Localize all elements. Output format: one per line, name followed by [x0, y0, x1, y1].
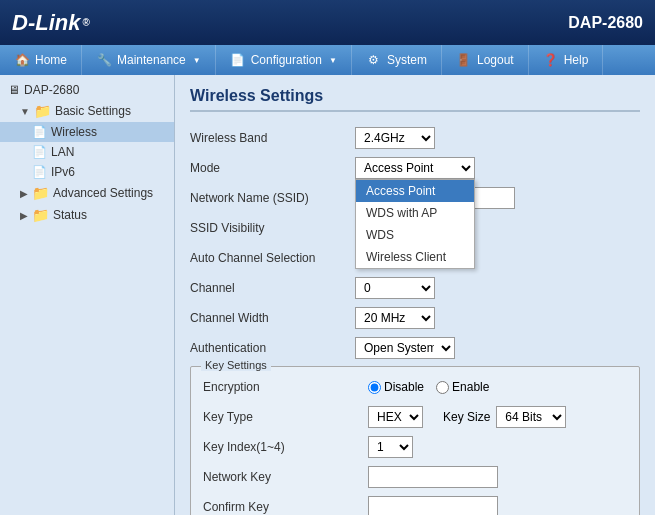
page-icon: 📄 — [32, 125, 47, 139]
logo-registered: ® — [82, 17, 89, 28]
sidebar-root-label: DAP-2680 — [24, 83, 79, 97]
channel-label: Channel — [190, 281, 355, 295]
mode-option-wds-ap[interactable]: WDS with AP — [356, 202, 474, 224]
network-key-input[interactable] — [368, 466, 498, 488]
encryption-label: Encryption — [203, 380, 368, 394]
expand-icon: ▼ — [20, 106, 30, 117]
key-type-control: HEX ASCII Key Size 64 Bits 128 Bits — [368, 406, 627, 428]
mode-select[interactable]: Access Point WDS with AP WDS Wireless Cl… — [355, 157, 475, 179]
auto-channel-label: Auto Channel Selection — [190, 251, 355, 265]
authentication-control: Open System WEP WPA-Personal WPA-Enterpr… — [355, 337, 640, 359]
logo-text: D-Link — [12, 10, 80, 36]
folder-icon: 📁 — [34, 103, 51, 119]
encryption-row: Encryption Disable Enable — [203, 375, 627, 399]
ssid-visibility-label: SSID Visibility — [190, 221, 355, 235]
network-key-control — [368, 466, 627, 488]
mode-row: Mode Access Point WDS with AP WDS Wirele… — [190, 156, 640, 180]
encryption-disable-option[interactable]: Disable — [368, 380, 424, 394]
key-index-label: Key Index(1~4) — [203, 440, 368, 454]
encryption-enable-label: Enable — [452, 380, 489, 394]
header: D-Link® DAP-2680 — [0, 0, 655, 45]
channel-width-select[interactable]: 20 MHz 40 MHz — [355, 307, 435, 329]
page-title: Wireless Settings — [190, 87, 640, 112]
encryption-control: Disable Enable — [368, 380, 627, 394]
encryption-enable-radio[interactable] — [436, 381, 449, 394]
sidebar-item-status[interactable]: ▶ 📁 Status — [0, 204, 174, 226]
channel-width-label: Channel Width — [190, 311, 355, 325]
model-number: DAP-2680 — [568, 14, 643, 32]
nav-help[interactable]: ❓ Help — [529, 45, 604, 75]
channel-row: Channel 0 1234 5678 91011 — [190, 276, 640, 300]
sidebar-item-ipv6[interactable]: 📄 IPv6 — [0, 162, 174, 182]
sidebar-item-wireless[interactable]: 📄 Wireless — [0, 122, 174, 142]
mode-select-wrapper: Access Point WDS with AP WDS Wireless Cl… — [355, 157, 475, 179]
key-size-select[interactable]: 64 Bits 128 Bits — [496, 406, 566, 428]
main-layout: 🖥 DAP-2680 ▼ 📁 Basic Settings 📄 Wireless… — [0, 75, 655, 515]
key-index-control: 1234 — [368, 436, 627, 458]
mode-label: Mode — [190, 161, 355, 175]
sidebar-item-advanced-settings[interactable]: ▶ 📁 Advanced Settings — [0, 182, 174, 204]
mode-option-wireless-client[interactable]: Wireless Client — [356, 246, 474, 268]
computer-icon: 🖥 — [8, 83, 20, 97]
sidebar-status-label: Status — [53, 208, 87, 222]
nav-help-label: Help — [564, 53, 589, 67]
folder-icon: 📁 — [32, 207, 49, 223]
sidebar-item-root[interactable]: 🖥 DAP-2680 — [0, 80, 174, 100]
system-icon: ⚙ — [366, 52, 382, 68]
navbar: 🏠 Home 🔧 Maintenance ▼ 📄 Configuration ▼… — [0, 45, 655, 75]
logout-icon: 🚪 — [456, 52, 472, 68]
mode-control: Access Point WDS with AP WDS Wireless Cl… — [355, 157, 640, 179]
encryption-disable-radio[interactable] — [368, 381, 381, 394]
sidebar-ipv6-label: IPv6 — [51, 165, 75, 179]
nav-maintenance[interactable]: 🔧 Maintenance ▼ — [82, 45, 216, 75]
wireless-band-select[interactable]: 2.4GHz 5GHz — [355, 127, 435, 149]
confirm-key-input[interactable] — [368, 496, 498, 515]
sidebar-advanced-settings-label: Advanced Settings — [53, 186, 153, 200]
sidebar-basic-settings-label: Basic Settings — [55, 104, 131, 118]
dlink-logo: D-Link® — [12, 10, 90, 36]
mode-option-access-point[interactable]: Access Point — [356, 180, 474, 202]
key-index-select[interactable]: 1234 — [368, 436, 413, 458]
mode-dropdown-overlay: Access Point WDS with AP WDS Wireless Cl… — [355, 179, 475, 269]
home-icon: 🏠 — [14, 52, 30, 68]
network-key-row: Network Key — [203, 465, 627, 489]
confirm-key-control — [368, 496, 627, 515]
key-settings-box: Key Settings Encryption Disable Enable — [190, 366, 640, 515]
channel-control: 0 1234 5678 91011 — [355, 277, 640, 299]
wireless-band-control: 2.4GHz 5GHz — [355, 127, 640, 149]
nav-system-label: System — [387, 53, 427, 67]
key-index-row: Key Index(1~4) 1234 — [203, 435, 627, 459]
maintenance-arrow-icon: ▼ — [193, 56, 201, 65]
content-area: Wireless Settings Wireless Band 2.4GHz 5… — [175, 75, 655, 515]
folder-icon: 📁 — [32, 185, 49, 201]
sidebar-item-lan[interactable]: 📄 LAN — [0, 142, 174, 162]
mode-option-wds[interactable]: WDS — [356, 224, 474, 246]
key-size-label: Key Size — [443, 410, 490, 424]
expand-icon: ▶ — [20, 188, 28, 199]
nav-system[interactable]: ⚙ System — [352, 45, 442, 75]
nav-logout[interactable]: 🚪 Logout — [442, 45, 529, 75]
expand-icon: ▶ — [20, 210, 28, 221]
maintenance-icon: 🔧 — [96, 52, 112, 68]
nav-configuration-label: Configuration — [251, 53, 322, 67]
nav-home[interactable]: 🏠 Home — [0, 45, 82, 75]
key-type-label: Key Type — [203, 410, 368, 424]
sidebar: 🖥 DAP-2680 ▼ 📁 Basic Settings 📄 Wireless… — [0, 75, 175, 515]
page-icon: 📄 — [32, 165, 47, 179]
nav-home-label: Home — [35, 53, 67, 67]
confirm-key-row: Confirm Key — [203, 495, 627, 515]
key-size-group: Key Size 64 Bits 128 Bits — [443, 406, 566, 428]
channel-select[interactable]: 0 1234 5678 91011 — [355, 277, 435, 299]
ssid-label: Network Name (SSID) — [190, 191, 355, 205]
key-settings-legend: Key Settings — [201, 359, 271, 371]
authentication-select[interactable]: Open System WEP WPA-Personal WPA-Enterpr… — [355, 337, 455, 359]
sidebar-wireless-label: Wireless — [51, 125, 97, 139]
encryption-enable-option[interactable]: Enable — [436, 380, 489, 394]
key-type-row: Key Type HEX ASCII Key Size 64 Bits 128 … — [203, 405, 627, 429]
nav-configuration[interactable]: 📄 Configuration ▼ — [216, 45, 352, 75]
nav-logout-label: Logout — [477, 53, 514, 67]
wireless-band-label: Wireless Band — [190, 131, 355, 145]
key-type-select[interactable]: HEX ASCII — [368, 406, 423, 428]
sidebar-item-basic-settings[interactable]: ▼ 📁 Basic Settings — [0, 100, 174, 122]
help-icon: ❓ — [543, 52, 559, 68]
